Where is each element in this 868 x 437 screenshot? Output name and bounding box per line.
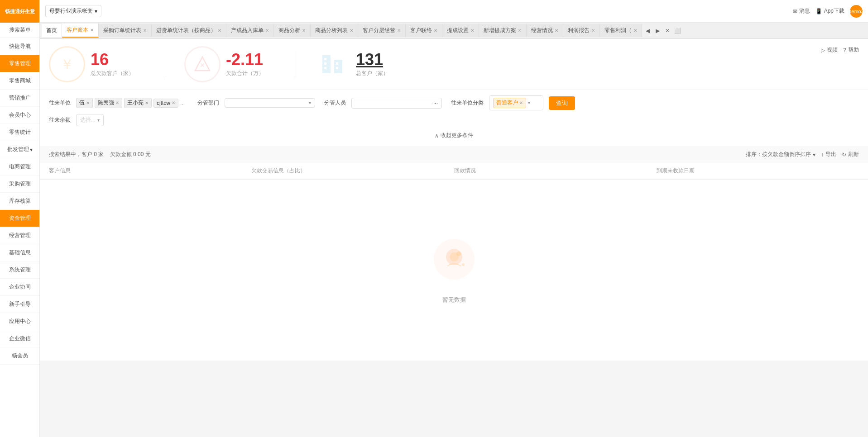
tabs-prev-btn[interactable]: ◀ — [643, 26, 652, 35]
sidebar-item-basic-info[interactable]: 基础信息 — [0, 244, 39, 261]
tab-close-zero-profit[interactable]: ✕ — [633, 28, 637, 33]
help-btn[interactable]: ? 帮助 — [843, 46, 859, 54]
question-icon: ? — [843, 47, 846, 53]
balance-filter-label: 往来余额 — [49, 116, 71, 124]
sidebar-item-batch-mgmt[interactable]: 批发管理 ▾ — [0, 141, 39, 158]
tab-customer-segment[interactable]: 客户分层经营 ✕ — [358, 24, 406, 37]
unit-type-tag-remove[interactable]: ✕ — [519, 100, 523, 105]
account-name: 母婴行业演示帐套 — [49, 7, 93, 15]
sidebar-item-marketing-promo[interactable]: 营销推广 — [0, 90, 39, 107]
tab-home[interactable]: 首页 — [42, 24, 62, 37]
tab-close-operations-status[interactable]: ✕ — [555, 28, 558, 33]
sidebar-item-purchase-mgmt[interactable]: 采购管理 — [0, 176, 39, 193]
balance-input[interactable]: 选择... ▾ — [76, 114, 104, 126]
tabs-close-all-btn[interactable]: ✕ — [663, 26, 672, 35]
table-header: 客户信息 欠款交易信息（占比） 回款情况 到期未收款日期 — [40, 162, 868, 180]
tab-close-profit-report[interactable]: ✕ — [591, 28, 595, 33]
person-select[interactable]: ··· — [351, 98, 442, 109]
svg-rect-8 — [336, 67, 338, 69]
sidebar-item-capital-mgmt[interactable]: 资金管理 — [0, 210, 39, 227]
main-area: 母婴行业演示帐套 ▾ ✉ 消息 📱 App下载 demo2 首页 — [40, 0, 868, 437]
tab-zero-profit[interactable]: 零售利润（ ✕ — [600, 24, 642, 37]
sidebar-item-new-guide[interactable]: 新手引导 — [0, 296, 39, 313]
sidebar-item-system-mgmt[interactable]: 系统管理 — [0, 261, 39, 279]
tabs-next-btn[interactable]: ▶ — [653, 26, 662, 35]
tab-new-commission-plan[interactable]: 新增提成方案 ✕ — [479, 24, 527, 37]
tab-close-goods-analysis[interactable]: ✕ — [302, 28, 306, 33]
play-icon: ▷ — [821, 47, 825, 53]
chevron-down-icon: ▾ — [528, 100, 530, 105]
empty-text: 暂无数据 — [442, 296, 466, 304]
tab-customer-contact[interactable]: 客户联络 ✕ — [406, 24, 442, 37]
unit-type-select[interactable]: 普通客户 ✕ ▾ — [489, 95, 543, 110]
tab-close-commission-settings[interactable]: ✕ — [470, 28, 474, 33]
tab-close-customer-ledger[interactable]: ✕ — [90, 28, 94, 33]
unit-more-btn[interactable]: ... — [180, 100, 185, 106]
tab-close-customer-contact[interactable]: ✕ — [434, 28, 437, 33]
ellipsis-icon: ··· — [433, 100, 438, 106]
sidebar-item-member-center[interactable]: 会员中心 — [0, 107, 39, 124]
unit-tags: 伍 ✕ 陈民强 ✕ 王小亮 ✕ cjttcw ✕ — [76, 98, 185, 108]
sidebar-quick-nav[interactable]: 快捷导航 — [0, 38, 39, 55]
tab-product-inbound[interactable]: 产成品入库单 ✕ — [226, 24, 274, 37]
sidebar-item-zero-retail-mall[interactable]: 零售商城 — [0, 72, 39, 90]
stat-debt-total: ✕ -2.11 欠款合计（万） — [184, 46, 278, 82]
tab-operations-status[interactable]: 经营情况 ✕ — [527, 24, 563, 37]
sort-label: 排序：按欠款金额倒序排序 — [746, 151, 811, 158]
svg-rect-6 — [324, 67, 326, 69]
tab-close-new-commission-plan[interactable]: ✕ — [518, 28, 522, 33]
avatar[interactable]: demo2 — [850, 5, 863, 18]
unit-type-tag: 普通客户 ✕ — [493, 98, 526, 108]
debt-icon: ✕ — [193, 55, 211, 73]
tab-goods-analysis[interactable]: 商品分析 ✕ — [274, 24, 311, 37]
sidebar-search[interactable]: 搜索菜单 — [0, 23, 39, 38]
app-logo: 畅捷通好生意 — [0, 0, 39, 23]
query-button[interactable]: 查询 — [549, 96, 575, 110]
stats-header: ￥ 16 总欠款客户（家） ✕ — [40, 39, 868, 90]
sidebar-item-enterprise-wechat[interactable]: 企业微信 — [0, 330, 39, 347]
message-icon: ✉ — [793, 8, 797, 14]
sidebar: 畅捷通好生意 搜索菜单 快捷导航 零售管理 零售商城 营销推广 会员中心 零售统… — [0, 0, 40, 437]
tabs-maximize-btn[interactable]: ⬜ — [673, 26, 682, 35]
tab-commission-settings[interactable]: 提成设置 ✕ — [442, 24, 479, 37]
unit-tag-chen-remove[interactable]: ✕ — [115, 100, 119, 105]
svg-rect-7 — [336, 62, 338, 65]
tab-inbound-stats[interactable]: 进货单统计表（按商品） ✕ — [152, 24, 226, 37]
unit-tag-wu-remove[interactable]: ✕ — [86, 100, 90, 105]
sidebar-item-enterprise-collab[interactable]: 企业协同 — [0, 279, 39, 296]
topbar: 母婴行业演示帐套 ▾ ✉ 消息 📱 App下载 demo2 — [40, 0, 868, 23]
dept-select[interactable]: ▾ — [225, 98, 315, 108]
sidebar-item-zero-retail-mgmt[interactable]: 零售管理 — [0, 55, 39, 72]
tab-close-product-inbound[interactable]: ✕ — [265, 28, 269, 33]
tab-close-inbound-stats[interactable]: ✕ — [218, 28, 221, 33]
svg-rect-5 — [324, 62, 326, 65]
account-switcher[interactable]: 母婴行业演示帐套 ▾ — [45, 5, 101, 17]
unit-tag-cjttcw-remove[interactable]: ✕ — [172, 100, 175, 105]
tab-close-goods-analysis-list[interactable]: ✕ — [350, 28, 353, 33]
collapse-btn[interactable]: ∧ 收起更多条件 — [431, 130, 477, 141]
message-btn[interactable]: ✉ 消息 — [793, 7, 810, 15]
tab-close-customer-segment[interactable]: ✕ — [397, 28, 401, 33]
tab-profit-report[interactable]: 利润报告 ✕ — [563, 24, 600, 37]
tab-goods-analysis-list[interactable]: 商品分析列表 ✕ — [311, 24, 358, 37]
tabs-nav-controls: ◀ ▶ ✕ ⬜ — [643, 26, 682, 35]
total-customers-value: 16 — [91, 52, 109, 68]
tab-close-purchase-order-stats[interactable]: ✕ — [143, 28, 147, 33]
sidebar-item-zero-retail-stats[interactable]: 零售统计 — [0, 124, 39, 141]
refresh-btn[interactable]: ↻ 刷新 — [842, 151, 859, 158]
tab-customer-ledger[interactable]: 客户账本 ✕ — [62, 24, 99, 38]
video-btn[interactable]: ▷ 视频 — [821, 46, 838, 54]
app-download-btn[interactable]: 📱 App下载 — [815, 7, 844, 15]
sidebar-item-inventory-check[interactable]: 库存核算 — [0, 193, 39, 210]
sidebar-item-app-center[interactable]: 应用中心 — [0, 313, 39, 330]
stat-total-customers: ￥ 16 总欠款客户（家） — [49, 46, 148, 82]
export-btn[interactable]: ↑ 导出 — [821, 151, 836, 158]
sort-btn[interactable]: 排序：按欠款金额倒序排序 ▾ — [746, 151, 815, 158]
tab-purchase-order-stats[interactable]: 采购订单统计表 ✕ — [99, 24, 152, 37]
sidebar-item-free-member[interactable]: 畅会员 — [0, 347, 39, 365]
unit-tag-wang-remove[interactable]: ✕ — [145, 100, 149, 105]
sidebar-item-ecommerce-mgmt[interactable]: 电商管理 — [0, 158, 39, 176]
unit-tag-cjttcw: cjttcw ✕ — [153, 99, 178, 108]
sidebar-item-operations-mgmt[interactable]: 经营管理 — [0, 227, 39, 244]
person-filter-label: 分管人员 — [324, 99, 346, 107]
